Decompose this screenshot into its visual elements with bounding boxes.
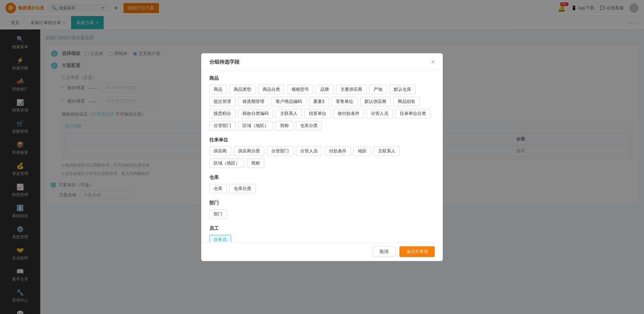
field-tag-supplier-cat[interactable]: 供应商分类 (234, 146, 264, 156)
dialog-header: 分组待选字段 × (201, 53, 443, 70)
field-tag-brand[interactable]: 品牌 (316, 85, 333, 94)
field-tag-retail-unit[interactable]: 零售单位 (331, 97, 358, 106)
group-dept-title: 部门 (209, 200, 435, 206)
field-tag-goods[interactable]: 商品 (209, 85, 227, 94)
field-tag-goods-type[interactable]: 商品类型 (229, 85, 256, 94)
group-employee-title: 员工 (209, 226, 435, 232)
field-tag-warehouse-category[interactable]: 仓库分类 (229, 184, 256, 193)
field-tag-partner-category[interactable]: 往来单位分类 (395, 109, 430, 118)
field-tag-supplier[interactable]: 供应商 (209, 146, 231, 156)
field-tag-warehouse-cat[interactable]: 仓库分类 (296, 121, 322, 130)
field-group-employee: 员工 业务员 (209, 226, 435, 242)
field-tag-shelf-life[interactable]: 保质期管理 (238, 97, 269, 106)
field-tag-region-goods[interactable]: 区域（地区） (238, 121, 273, 130)
cancel-button[interactable]: 取消 (373, 246, 395, 257)
field-tag-payment-terms[interactable]: 收付款条件 (333, 109, 364, 118)
dialog-body: 商品 商品 商品类型 商品分类 规格型号 品牌 主要供应商 产地 默认仓库 批次… (201, 70, 443, 242)
field-tag-origin[interactable]: 产地 (369, 85, 387, 94)
dept-field-tags: 部门 (209, 209, 435, 219)
dialog-title: 分组待选字段 (209, 59, 239, 65)
goods-field-tags: 商品 商品类型 商品分类 规格型号 品牌 主要供应商 产地 默认仓库 批次管理 … (209, 85, 435, 130)
field-tag-settlement-unit[interactable]: 结算单位 (305, 109, 331, 118)
dialog-overlay: 分组待选字段 × 商品 商品 商品类型 商品分类 规格型号 (40, 29, 644, 314)
field-tag-default-warehouse[interactable]: 默认仓库 (389, 85, 416, 94)
field-tag-main-supplier[interactable]: 主要供应商 (336, 85, 367, 94)
field-tag-pick-points[interactable]: 拣货积分 (209, 109, 235, 118)
field-tag-main-contact-partner[interactable]: 主联系人 (374, 146, 400, 156)
warehouse-field-tags: 仓库 仓库分类 (209, 184, 435, 193)
field-group-warehouse: 仓库 仓库 仓库分类 (209, 175, 435, 193)
field-tag-weight[interactable]: 重量3 (309, 97, 329, 106)
field-tag-tax-code[interactable]: 税收分类编码 (238, 109, 273, 118)
main-layout: 🔍 搜索菜单 ⚡ 快捷导航 📣 营销推广 📊 销售管理 🛒 采购管理 📦 (0, 29, 644, 314)
field-tag-dept[interactable]: 部门 (209, 209, 227, 219)
group-warehouse-title: 仓库 (209, 175, 435, 181)
field-tag-payment-cond[interactable]: 付款条件 (325, 146, 351, 156)
field-group-goods: 商品 商品 商品类型 商品分类 规格型号 品牌 主要供应商 产地 默认仓库 批次… (209, 75, 435, 130)
field-tag-abbr-goods[interactable]: 简称 (276, 121, 293, 130)
field-tag-goods-category[interactable]: 商品分类 (258, 85, 284, 94)
group-partner-title: 往来单位 (209, 137, 435, 143)
field-tag-main-contact[interactable]: 主联系人 (276, 109, 302, 118)
confirm-button[interactable]: 保存并查询 (399, 246, 435, 257)
employee-field-tags: 业务员 (209, 235, 435, 242)
dialog-footer: 取消 保存并查询 (201, 242, 443, 261)
field-tag-dept-partner[interactable]: 分管部门 (267, 146, 293, 156)
field-tag-region-partner[interactable]: 地区 (354, 146, 371, 156)
dialog: 分组待选字段 × 商品 商品 商品类型 商品分类 规格型号 (201, 53, 443, 261)
field-group-dept: 部门 部门 (209, 200, 435, 219)
field-tag-supervisor-partner[interactable]: 分管人员 (296, 146, 322, 156)
field-tag-warehouse[interactable]: 仓库 (209, 184, 227, 193)
field-tag-supervisor[interactable]: 分管人员 (367, 109, 393, 118)
content-area: 采购订单统计表方案设置 1 选择模板 汇总表 明细表 交叉统计表 2 方案配置 (40, 29, 644, 314)
field-tag-batch-mgmt[interactable]: 批次管理 (209, 97, 235, 106)
field-group-partner: 往来单位 供应商 供应商分类 分管部门 分管人员 付款条件 地区 主联系人 区域… (209, 137, 435, 168)
field-tag-area-partner[interactable]: 区域（地区） (209, 159, 244, 168)
field-tag-abbr-partner[interactable]: 简称 (247, 159, 264, 168)
group-goods-title: 商品 (209, 75, 435, 81)
field-tag-goods-alias[interactable]: 商品别名 (393, 97, 420, 106)
dialog-close-icon[interactable]: × (431, 59, 435, 66)
field-tag-spec-model[interactable]: 规格型号 (287, 85, 313, 94)
partner-field-tags: 供应商 供应商分类 分管部门 分管人员 付款条件 地区 主联系人 区域（地区） … (209, 146, 435, 168)
field-tag-salesman[interactable]: 业务员 (209, 235, 231, 242)
field-tag-customer-code[interactable]: 客户商品编码 (271, 97, 306, 106)
field-tag-dept-mgmt[interactable]: 分管部门 (209, 121, 235, 130)
app-wrapper: 标 畅捷通好生意 🔍 ▼ ⚙ 体验行业方案 🔔 99+ 📱 App下载 💬 (0, 0, 644, 314)
field-tag-default-supplier[interactable]: 默认供应商 (360, 97, 391, 106)
